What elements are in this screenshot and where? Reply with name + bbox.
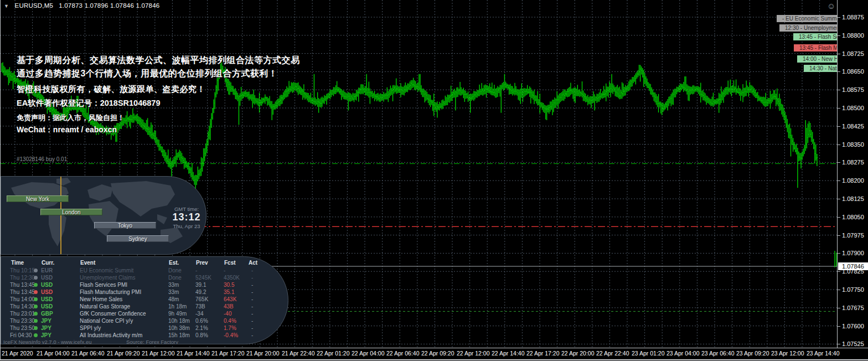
time-label: 23 Apr 06:40 — [701, 350, 735, 357]
price-label: 1.08725 — [842, 50, 864, 57]
price-tick — [838, 253, 840, 254]
news-flag[interactable]: 12:30 - Unemployment Claims — [779, 24, 837, 32]
mt4-chart-window: ▼ EURUSD,M5 1.07873 1.07896 1.07846 1.07… — [0, 0, 868, 361]
news-flag[interactable]: 13:45 - Flash Manufacturing PMI — [794, 44, 837, 51]
session-bar-new-york: New York — [7, 195, 69, 202]
price-axis[interactable]: 1.088751.088001.087251.086501.085751.085… — [838, 0, 868, 348]
time-label: 21 Apr 17:20 — [211, 350, 245, 357]
time-label: 23 Apr 01:20 — [632, 350, 665, 357]
time-axis[interactable]: 21 Apr 202021 Apr 04:0021 Apr 06:4021 Ap… — [0, 348, 868, 359]
time-label: 21 Apr 06:40 — [71, 350, 105, 357]
price-tick — [838, 326, 840, 327]
impact-dot-green — [34, 305, 38, 308]
col-header-est: Est. — [169, 260, 179, 266]
time-label: 21 Apr 09:20 — [107, 350, 140, 357]
news-row: Thu 14:00 USD New Home Sales 48m 765K 64… — [1, 296, 288, 303]
market-sessions-panel: New YorkLondonTokyoSydney GMT time: 13:1… — [1, 176, 206, 255]
session-bar-tokyo: Tokyo — [94, 222, 156, 229]
price-tick — [838, 308, 840, 308]
news-row: Thu 23:01 GBP GfK Consumer Confidence 9h… — [1, 310, 288, 317]
price-tick — [838, 90, 840, 90]
news-row: Thu 12:30 USD Unemployment Claims Done 5… — [1, 274, 288, 281]
time-label: 22 Apr 20:00 — [561, 350, 595, 357]
watermark-line-2: 通过多趋势捕捉3个行情入场，用最优的仓位排列组合方式获利！ — [17, 68, 277, 80]
open-order-label: #13028146 buy 0.01 — [17, 156, 67, 162]
price-tick — [838, 17, 840, 18]
window-edge-bottom — [0, 359, 868, 360]
news-flag[interactable]: 14:30 - Natural Gas Storage — [804, 65, 837, 72]
news-flag[interactable]: 14:00 - New Home Sales — [797, 55, 837, 63]
price-tick — [838, 71, 840, 72]
price-label: 1.08800 — [842, 32, 864, 39]
price-tick — [838, 108, 840, 109]
col-header-act: Act — [249, 260, 257, 266]
price-tick — [838, 126, 840, 127]
watermark-line-6: WeChat：nreamt / eaboxcn — [17, 125, 117, 135]
news-flag[interactable]: - EU Economic Summit — [777, 15, 837, 22]
watermark-line-5: 免责声明：据此入市，风险自担！ — [17, 113, 125, 123]
time-label: 22 Apr 09:20 — [421, 350, 454, 357]
impact-dot-green — [34, 333, 38, 337]
price-label: 1.08050 — [842, 214, 864, 220]
price-tick — [838, 199, 840, 199]
price-label: 1.08350 — [842, 141, 864, 148]
time-label: 21 Apr 20:00 — [246, 350, 280, 357]
time-label: 21 Apr 2020 — [2, 350, 33, 357]
time-label: 23 Apr 12:00 — [771, 350, 804, 357]
news-flag[interactable]: 13:45 - Flash Services PMI — [793, 33, 837, 40]
price-label: 1.08275 — [842, 159, 864, 166]
price-label: 1.08575 — [842, 86, 864, 93]
price-label: 1.08875 — [842, 14, 864, 20]
impact-dot-gray — [34, 269, 38, 272]
price-label: 1.07600 — [842, 323, 864, 329]
price-label: 1.08500 — [842, 105, 864, 111]
time-label: 21 Apr 14:40 — [177, 350, 210, 357]
time-label: 22 Apr 14:40 — [492, 350, 525, 357]
time-label: 21 Apr 12:00 — [142, 350, 175, 357]
chart-overlay-layer: ▼ EURUSD,M5 1.07873 1.07896 1.07846 1.07… — [0, 0, 837, 348]
price-tick — [838, 271, 840, 272]
news-row: Fri 04:30 JPY All Industries Activity m/… — [1, 332, 288, 339]
price-tick — [838, 180, 840, 181]
price-tick — [838, 54, 840, 54]
quote-close: 1.07846 — [136, 2, 159, 9]
window-edge-left — [0, 0, 1, 359]
quote-info-bar[interactable]: ▼ EURUSD,M5 1.07873 1.07896 1.07846 1.07… — [4, 2, 159, 9]
smiley-icon[interactable]: ☺ — [827, 1, 835, 11]
session-bar-london: London — [40, 209, 102, 215]
col-header-curr: Curr. — [42, 260, 54, 266]
price-label: 1.07900 — [842, 250, 864, 256]
news-row: Thu 23:50 JPY SPPI y/y 10h 38m 2.1% 1.7%… — [1, 324, 288, 332]
impact-dot-gray — [34, 276, 38, 280]
time-label: 22 Apr 04:00 — [352, 350, 385, 357]
quote-open: 1.07873 — [59, 2, 82, 9]
impact-dot-green — [34, 312, 38, 316]
price-label: 1.07675 — [842, 305, 864, 311]
session-bar-sydney: Sydney — [107, 235, 169, 242]
news-panel-credit: IceFX NewsInfo v2.7.0 - www.icefx.eu — [3, 339, 91, 344]
price-label: 1.08650 — [842, 68, 864, 75]
quote-low: 1.07846 — [110, 2, 134, 9]
one-click-trading-icon[interactable]: ▼ — [4, 3, 9, 9]
symbol-period: EURUSD,M5 — [15, 2, 54, 9]
time-label: 22 Apr 06:40 — [386, 350, 420, 357]
price-label: 1.08200 — [842, 177, 864, 184]
price-tick — [838, 344, 840, 344]
col-header-time: Time — [11, 260, 24, 266]
price-label: 1.07750 — [842, 286, 864, 293]
time-label: 23 Apr 04:00 — [666, 350, 700, 357]
time-label: 22 Apr 01:20 — [317, 350, 350, 357]
price-label: 1.07525 — [842, 341, 864, 347]
watermark-line-4: EA软件著作权登记号：2018SR1046879 — [17, 98, 161, 109]
impact-dot-green — [34, 319, 38, 323]
col-header-event: Event — [80, 260, 95, 266]
time-label: 21 Apr 04:00 — [37, 350, 70, 357]
price-tick — [838, 35, 840, 36]
price-label: 1.08425 — [842, 123, 864, 130]
price-tick — [838, 290, 840, 290]
news-row: Thu 23:30 JPY National Core CPI y/y 10h … — [1, 317, 288, 324]
news-row: Thu 10:15 EUR EU Economic Summit Done - … — [1, 267, 288, 274]
quote-high: 1.07896 — [85, 2, 108, 9]
axis-separator-horizontal — [0, 348, 868, 348]
time-label: 23 Apr 14:40 — [807, 350, 840, 357]
